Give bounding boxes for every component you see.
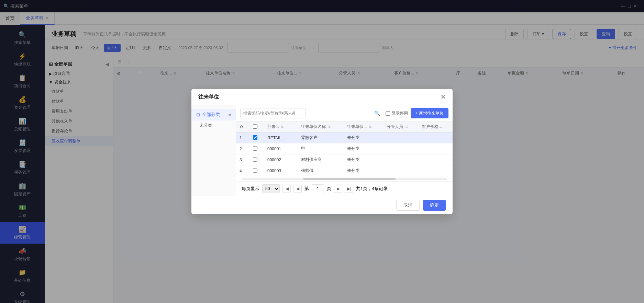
row-name: 零散客户 <box>298 132 343 143</box>
dialog-search-wrap: 🔍 <box>240 108 383 118</box>
row-code: 000003 <box>264 165 298 176</box>
page-input[interactable] <box>312 184 324 193</box>
row-manager <box>383 165 419 176</box>
row-num: 1 <box>236 132 249 143</box>
dialog-main-content: 🔍 显示停用 + 新增往来单位 ⚙ <box>236 105 453 196</box>
row-category: 未分类 <box>344 132 384 143</box>
row-code: 000002 <box>264 154 298 165</box>
row-manager <box>383 143 419 154</box>
horizontal-scrollbar[interactable] <box>242 178 447 180</box>
show-disabled-text: 显示停用 <box>391 110 408 116</box>
modal-overlay: 往来单位 ✕ ⊞ 全部分类 ◀ 未分类 🔍 <box>0 0 644 303</box>
row-name: 材料供应商 <box>298 154 343 165</box>
dialog-title: 往来单位 <box>198 94 219 100</box>
page-size-label: 每页显示 <box>242 186 259 192</box>
row-checkbox[interactable] <box>253 135 257 140</box>
show-disabled-checkbox[interactable] <box>386 111 390 116</box>
row-code: RETAIL_... <box>264 132 298 143</box>
row-price <box>419 143 453 154</box>
add-partner-label: + 新增往来单位 <box>415 110 444 116</box>
table-row[interactable]: 1 RETAIL_... 零散客户 未分类 <box>236 132 453 143</box>
row-price <box>419 154 453 165</box>
scrollbar-thumb[interactable] <box>303 178 396 180</box>
total-info: 共1页，4条记录 <box>356 186 388 192</box>
dialog-toolbar: 🔍 显示停用 + 新增往来单位 <box>236 105 453 121</box>
next-page-button[interactable]: ▶ <box>334 185 342 193</box>
row-manager <box>383 132 419 143</box>
dialog-body: ⊞ 全部分类 ◀ 未分类 🔍 显示停用 <box>191 105 453 196</box>
row-category: 未分类 <box>344 154 384 165</box>
dialog-actions: 取消 确定 <box>191 196 453 214</box>
confirm-button[interactable]: 确定 <box>423 200 446 211</box>
dialog-close-button[interactable]: ✕ <box>441 94 446 100</box>
row-num: 2 <box>236 143 249 154</box>
cancel-button[interactable]: 取消 <box>396 200 420 211</box>
dialog-pagination: 每页显示 50 20 100 |◀ ◀ 第 页 ▶ ▶| 共1页，4条记录 <box>236 181 453 196</box>
row-checkbox[interactable] <box>253 146 257 151</box>
table-row[interactable]: 2 000001 甲 未分类 <box>236 143 453 154</box>
grid-icon: ⊞ <box>196 112 200 117</box>
row-price <box>419 165 453 176</box>
show-disabled-label[interactable]: 显示停用 <box>386 110 408 116</box>
row-category: 未分类 <box>344 143 384 154</box>
page-size-select[interactable]: 50 20 100 <box>262 184 280 193</box>
dialog-search-input[interactable] <box>240 108 306 118</box>
row-checkbox[interactable] <box>253 157 257 162</box>
dcol-code: 往来... ⇅ <box>264 121 298 132</box>
first-page-button[interactable]: |◀ <box>282 185 291 193</box>
row-num: 4 <box>236 165 249 176</box>
dialog-category-sidebar: ⊞ 全部分类 ◀ 未分类 <box>191 105 236 196</box>
dcol-name: 往来单位名称 ⇅ <box>298 121 343 132</box>
page-num-label: 第 <box>304 186 309 192</box>
table-row[interactable]: 3 000002 材料供应商 未分类 <box>236 154 453 165</box>
collapse-left-icon[interactable]: ◀ <box>228 112 231 117</box>
dialog-all-label: 全部分类 <box>202 112 220 118</box>
row-code: 000001 <box>264 143 298 154</box>
dcol-category: 往来单位... ⇅ <box>344 121 384 132</box>
dialog-table: ⚙ 往来... ⇅ 往来单位名称 ⇅ 往来单位... ⇅ 分管人员 ⇅ 客户价格… <box>236 121 453 176</box>
dialog-sidebar-unclassified[interactable]: 未分类 <box>191 120 236 130</box>
row-manager <box>383 154 419 165</box>
search-icon[interactable]: 🔍 <box>374 110 380 116</box>
dialog-select-all[interactable] <box>253 124 257 129</box>
row-name: 甲 <box>298 143 343 154</box>
prev-page-button[interactable]: ◀ <box>293 185 302 193</box>
dialog-header: 往来单位 ✕ <box>191 89 453 105</box>
dcol-price: 客户价格... <box>419 121 453 132</box>
dcol-settings[interactable]: ⚙ <box>236 121 249 132</box>
table-row[interactable]: 4 000003 张师傅 未分类 <box>236 165 453 176</box>
last-page-button[interactable]: ▶| <box>345 185 353 193</box>
row-checkbox[interactable] <box>253 168 257 173</box>
row-price <box>419 132 453 143</box>
row-num: 3 <box>236 154 249 165</box>
dcol-manager: 分管人员 ⇅ <box>383 121 419 132</box>
add-partner-button[interactable]: + 新增往来单位 <box>411 108 448 118</box>
dcol-check[interactable] <box>249 121 264 132</box>
row-name: 张师傅 <box>298 165 343 176</box>
dialog-table-wrap: ⚙ 往来... ⇅ 往来单位名称 ⇅ 往来单位... ⇅ 分管人员 ⇅ 客户价格… <box>236 121 453 176</box>
dialog-sidebar-all[interactable]: ⊞ 全部分类 ◀ <box>191 109 236 120</box>
page-label: 页 <box>327 186 331 192</box>
row-category: 未分类 <box>344 165 384 176</box>
partner-dialog: 往来单位 ✕ ⊞ 全部分类 ◀ 未分类 🔍 <box>191 89 453 214</box>
